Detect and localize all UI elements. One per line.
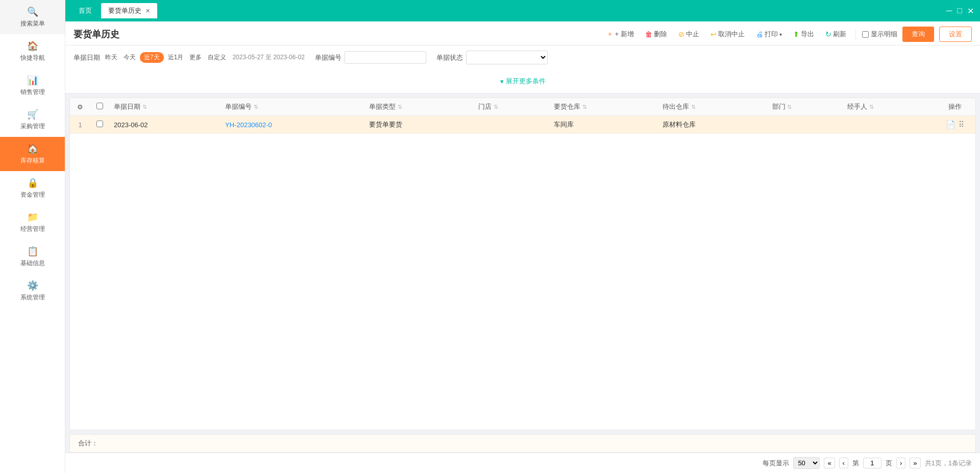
col-settings[interactable]: ⚙ <box>70 98 90 116</box>
date-filter-buttons: 昨天 今天 近7天 近1月 更多 自定义 <box>103 52 228 63</box>
page-title: 要货单历史 <box>74 28 119 40</box>
table-footer: 合计： <box>69 434 976 453</box>
doc-status-label: 单据状态 <box>436 53 463 62</box>
refresh-icon: ↻ <box>825 30 831 38</box>
sidebar-item-label: 资金管理 <box>20 191 45 199</box>
col-store: 门店 ⇅ <box>473 98 549 116</box>
sort-handler-icon[interactable]: ⇅ <box>869 104 874 110</box>
toolbar-divider <box>855 29 856 39</box>
tab-home[interactable]: 首页 <box>71 3 99 18</box>
settings-button[interactable]: 设置 <box>939 27 972 42</box>
doc-no-filter-group: 单据编号 <box>315 51 426 64</box>
maximize-icon[interactable]: □ <box>957 6 962 15</box>
print-button[interactable]: 🖨 打印 ▾ <box>753 28 785 41</box>
sidebar-item-basic[interactable]: 📋 基础信息 <box>0 240 65 274</box>
sort-store-icon[interactable]: ⇅ <box>494 104 498 110</box>
sidebar-item-label: 库存核算 <box>20 156 45 165</box>
sidebar-item-purchase[interactable]: 🛒 采购管理 <box>0 103 65 137</box>
toolbar: ＋ + 新增 🗑 删除 ⊘ 中止 ↩ 取消中止 🖨 打印 <box>603 27 972 42</box>
new-button[interactable]: ＋ + 新增 <box>603 28 637 41</box>
row-checkbox[interactable] <box>96 121 103 127</box>
window-controls: ─ □ ✕ <box>946 6 974 16</box>
col-doc-no: 单据编号 ⇅ <box>220 98 364 116</box>
list-icon: 📋 <box>27 246 38 257</box>
cancel-stop-button[interactable]: ↩ 取消中止 <box>707 28 748 41</box>
sort-doc-no-icon[interactable]: ⇅ <box>254 104 258 110</box>
date-btn-yesterday[interactable]: 昨天 <box>103 52 119 63</box>
page-unit: 页 <box>886 459 892 468</box>
chart-icon: 📊 <box>27 75 38 86</box>
sort-req-warehouse-icon[interactable]: ⇅ <box>582 104 587 110</box>
first-page-button[interactable]: « <box>824 458 835 468</box>
date-btn-more[interactable]: 更多 <box>187 52 204 63</box>
home-icon: 🏠 <box>27 40 38 52</box>
expand-more-button[interactable]: ▾ 展开更多条件 <box>500 77 546 86</box>
tab-requisition-history[interactable]: 要货单历史 ✕ <box>101 3 157 18</box>
show-detail-checkbox[interactable] <box>862 31 869 38</box>
page-header: 要货单历史 ＋ + 新增 🗑 删除 ⊘ 中止 ↩ 取消中止 <box>65 21 980 45</box>
topbar: 首页 要货单历史 ✕ ─ □ ✕ <box>65 0 980 21</box>
sort-pending-warehouse-icon[interactable]: ⇅ <box>691 104 696 110</box>
sidebar-item-quicknav[interactable]: 🏠 快捷导航 <box>0 34 65 68</box>
date-btn-1month[interactable]: 近1月 <box>166 52 186 63</box>
sidebar-item-inventory[interactable]: 🏠 库存核算 <box>0 137 65 171</box>
total-info: 共1页，1条记录 <box>925 459 972 468</box>
sidebar-item-system[interactable]: ⚙️ 系统管理 <box>0 274 65 308</box>
page-size-label: 每页显示 <box>763 459 789 468</box>
edit-icon[interactable]: 📄 <box>946 120 955 129</box>
prev-page-button[interactable]: ‹ <box>839 458 848 468</box>
page-label: 第 <box>852 459 859 468</box>
stop-button[interactable]: ⊘ 中止 <box>675 28 702 41</box>
stop-icon: ⊘ <box>678 30 684 38</box>
tab-close-icon[interactable]: ✕ <box>145 8 150 14</box>
doc-no-label: 单据编号 <box>315 53 341 62</box>
doc-no-input[interactable] <box>345 51 426 64</box>
minimize-icon[interactable]: ─ <box>946 6 952 15</box>
requisition-table: ⚙ 单据日期 ⇅ 单据编号 ⇅ 单据类型 <box>70 98 975 134</box>
sidebar-item-finance[interactable]: 🔒 资金管理 <box>0 171 65 205</box>
doc-no-link[interactable]: YH-20230602-0 <box>225 121 272 129</box>
sidebar-item-label: 销售管理 <box>20 88 45 97</box>
date-btn-7days[interactable]: 近7天 <box>140 52 164 63</box>
print-dropdown-icon: ▾ <box>779 32 782 37</box>
cell-dept <box>767 116 843 134</box>
delete-icon: 🗑 <box>645 30 652 38</box>
col-checkbox <box>90 98 109 116</box>
lock-icon: 🔒 <box>27 177 38 188</box>
table-area: ⚙ 单据日期 ⇅ 单据编号 ⇅ 单据类型 <box>69 98 976 430</box>
show-detail-toggle[interactable]: 显示明细 <box>862 30 897 39</box>
sidebar-item-sales[interactable]: 📊 销售管理 <box>0 68 65 103</box>
sort-doc-date-icon[interactable]: ⇅ <box>142 104 147 110</box>
delete-button[interactable]: 🗑 删除 <box>642 28 670 41</box>
close-window-icon[interactable]: ✕ <box>967 6 974 16</box>
cell-doc-type: 要货单要货 <box>364 116 473 134</box>
sort-dept-icon[interactable]: ⇅ <box>787 104 792 110</box>
sort-doc-type-icon[interactable]: ⇅ <box>398 104 402 110</box>
date-btn-today[interactable]: 今天 <box>121 52 138 63</box>
next-page-button[interactable]: › <box>896 458 905 468</box>
date-filter-group: 单据日期 昨天 今天 近7天 近1月 更多 自定义 2023-05-27 至 2… <box>74 52 305 63</box>
filter-area: 单据日期 昨天 今天 近7天 近1月 更多 自定义 2023-05-27 至 2… <box>65 45 980 93</box>
add-icon: ＋ <box>606 30 614 39</box>
cart-icon: 🛒 <box>27 109 38 120</box>
col-dept: 部门 ⇅ <box>767 98 843 116</box>
sidebar-item-label: 快捷导航 <box>20 54 45 62</box>
sidebar-item-label: 采购管理 <box>20 122 45 131</box>
export-button[interactable]: ⬆ 导出 <box>790 28 817 41</box>
refresh-button[interactable]: ↻ 刷新 <box>822 28 849 41</box>
query-button[interactable]: 查询 <box>902 27 934 42</box>
summary-label: 合计： <box>78 439 98 447</box>
date-btn-custom[interactable]: 自定义 <box>206 52 228 63</box>
page-input[interactable] <box>863 458 881 468</box>
chevron-down-icon: ▾ <box>500 78 504 85</box>
col-pending-warehouse: 待出仓库 ⇅ <box>657 98 767 116</box>
sidebar-item-search[interactable]: 🔍 搜索菜单 <box>0 0 65 34</box>
select-all-checkbox[interactable] <box>96 103 103 109</box>
doc-status-select[interactable] <box>466 51 548 64</box>
last-page-button[interactable]: » <box>910 458 920 468</box>
col-doc-type: 单据类型 ⇅ <box>364 98 473 116</box>
more-icon[interactable]: ⠿ <box>959 120 964 129</box>
doc-status-filter-group: 单据状态 <box>436 51 548 64</box>
page-size-select[interactable]: 50 100 200 <box>793 457 820 469</box>
sidebar-item-operations[interactable]: 📁 经营管理 <box>0 205 65 240</box>
